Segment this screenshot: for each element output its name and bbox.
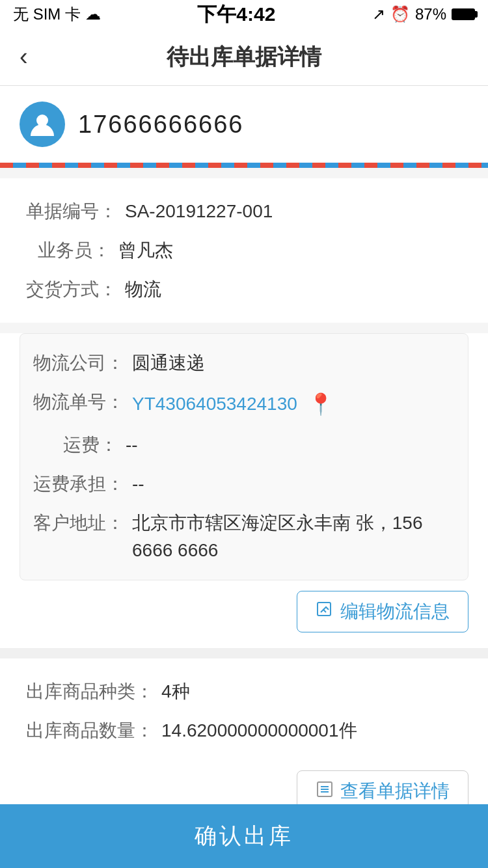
document-info: 单据编号： SA-20191227-001 业务员： 曾凡杰 交货方式： 物流	[0, 178, 488, 323]
edit-logistics-label: 编辑物流信息	[340, 599, 450, 624]
freight-value: --	[126, 431, 455, 459]
back-button[interactable]: ‹	[20, 43, 28, 71]
delivery-row: 交货方式： 物流	[26, 276, 462, 303]
freight-label: 运费：	[33, 431, 118, 459]
status-right: ↗ ⏰ 87%	[372, 5, 475, 23]
location-status-icon: ↗	[372, 5, 385, 23]
logistics-tracking-value: YT43064053424130 📍	[132, 388, 455, 420]
address-row: 客户地址： 北京市市辖区海淀区永丰南 张，156 6666 6666	[33, 509, 455, 564]
goods-type-value: 4种	[161, 678, 462, 705]
status-left: 无 SIM 卡 ☁	[13, 4, 101, 25]
goods-type-label: 出库商品种类：	[26, 678, 154, 705]
salesman-label: 业务员：	[26, 237, 111, 264]
logistics-wrapper: 物流公司： 圆通速递 物流单号： YT43064053424130 📍 运费： …	[0, 333, 488, 648]
logistics-company-value: 圆通速递	[132, 349, 455, 377]
status-bar: 无 SIM 卡 ☁ 下午4:42 ↗ ⏰ 87%	[0, 0, 488, 29]
freight-bear-value: --	[132, 470, 455, 498]
salesman-row: 业务员： 曾凡杰	[26, 237, 462, 264]
alarm-icon: ⏰	[390, 5, 410, 23]
goods-quantity-row: 出库商品数量： 14.620000000000001件	[26, 717, 462, 744]
section-divider	[0, 648, 488, 658]
document-number-value: SA-20191227-001	[125, 198, 462, 225]
document-number-label: 单据编号：	[26, 198, 117, 225]
tracking-number: YT43064053424130	[132, 390, 297, 418]
map-pin-icon[interactable]: 📍	[308, 388, 334, 420]
salesman-value: 曾凡杰	[118, 237, 462, 264]
confirm-bar[interactable]: 确认出库	[0, 804, 488, 868]
goods-section: 出库商品种类： 4种 出库商品数量： 14.620000000000001件	[0, 658, 488, 760]
edit-btn-row: 编辑物流信息	[0, 580, 488, 648]
address-value: 北京市市辖区海淀区永丰南 张，156 6666 6666	[132, 509, 455, 564]
battery-percent: 87%	[415, 5, 446, 23]
sim-text: 无 SIM 卡 ☁	[13, 4, 101, 25]
logistics-card: 物流公司： 圆通速递 物流单号： YT43064053424130 📍 运费： …	[20, 333, 468, 580]
decorative-divider	[0, 163, 488, 168]
list-icon	[316, 780, 334, 803]
delivery-label: 交货方式：	[26, 276, 117, 303]
delivery-value: 物流	[125, 276, 462, 303]
logistics-tracking-label: 物流单号：	[33, 388, 124, 416]
confirm-label: 确认出库	[195, 821, 293, 851]
nav-bar: ‹ 待出库单据详情	[0, 29, 488, 86]
logistics-tracking-row: 物流单号： YT43064053424130 📍	[33, 388, 455, 420]
edit-icon	[316, 601, 334, 623]
customer-phone: 17666666666	[78, 111, 243, 139]
goods-type-row: 出库商品种类： 4种	[26, 678, 462, 705]
document-number-row: 单据编号： SA-20191227-001	[26, 198, 462, 225]
freight-row: 运费： --	[33, 431, 455, 459]
customer-header: 17666666666	[0, 86, 488, 163]
address-label: 客户地址：	[33, 509, 124, 537]
page-title: 待出库单据详情	[167, 42, 321, 72]
freight-bear-row: 运费承担： --	[33, 470, 455, 498]
logistics-company-label: 物流公司：	[33, 349, 124, 377]
edit-logistics-button[interactable]: 编辑物流信息	[297, 591, 468, 632]
logistics-company-row: 物流公司： 圆通速递	[33, 349, 455, 377]
goods-quantity-value: 14.620000000000001件	[161, 717, 462, 744]
status-time: 下午4:42	[197, 1, 275, 28]
view-detail-label: 查看单据详情	[340, 779, 450, 804]
goods-quantity-label: 出库商品数量：	[26, 717, 154, 744]
avatar	[20, 102, 65, 147]
battery-icon	[452, 8, 475, 20]
freight-bear-label: 运费承担：	[33, 470, 124, 498]
